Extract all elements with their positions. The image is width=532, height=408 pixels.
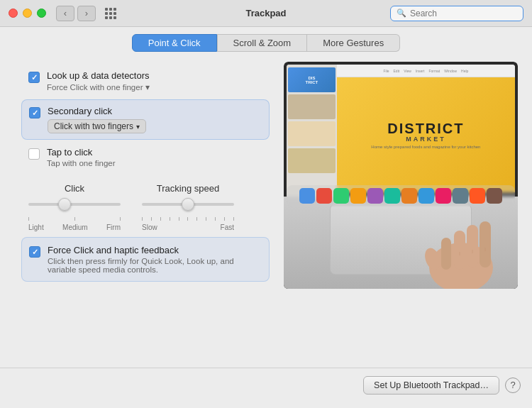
click-slider-track[interactable] <box>28 203 121 206</box>
district-desc: Home style prepared foods and magazine f… <box>364 145 487 149</box>
option-label-force-click: Force Click and haptic feedback <box>48 245 262 255</box>
search-input[interactable] <box>410 9 517 18</box>
click-tick-labels: Light Medium Firm <box>28 224 121 231</box>
option-look-up: Look up & data detectors Force Click wit… <box>21 65 270 98</box>
tracking-slider-label: Tracking speed <box>157 183 219 194</box>
svg-rect-4 <box>441 238 451 270</box>
titlebar: ‹ › Trackpad 🔍 <box>0 0 532 27</box>
nav-buttons: ‹ › <box>56 6 96 21</box>
tracking-min-label: Slow <box>142 224 157 231</box>
tracking-tick-marks <box>142 216 234 221</box>
bottom-bar: Set Up Bluetooth Trackpad… ? <box>0 368 532 402</box>
option-sub-look-up: Force Click with one finger ▾ <box>47 82 150 92</box>
maximize-button[interactable] <box>37 9 46 18</box>
option-text-look-up: Look up & data detectors Force Click wit… <box>47 70 150 92</box>
option-label-look-up: Look up & data detectors <box>47 70 150 81</box>
option-text-force-click: Force Click and haptic feedback Click th… <box>48 245 262 274</box>
bluetooth-button[interactable]: Set Up Bluetooth Trackpad… <box>363 376 499 395</box>
option-text-tap-to-click: Tap to click Tap with one finger <box>47 147 116 167</box>
main-content: Look up & data detectors Force Click wit… <box>0 57 532 368</box>
click-max-label: Firm <box>106 224 121 231</box>
click-slider-thumb[interactable] <box>58 198 71 211</box>
checkbox-force-click[interactable] <box>29 246 40 258</box>
option-label-tap-to-click: Tap to click <box>47 147 116 158</box>
forward-button[interactable]: › <box>77 6 96 21</box>
svg-rect-1 <box>467 225 478 268</box>
click-slider-group: Click Light Medium Firm <box>28 183 121 231</box>
window-title: Trackpad <box>245 8 286 18</box>
tab-scroll-zoom[interactable]: Scroll & Zoom <box>217 34 308 52</box>
option-text-secondary-click: Secondary click Click with two fingers <box>48 106 146 133</box>
demo-image: DISTRICT File Edit View <box>284 62 518 289</box>
titlebar-left: ‹ › <box>9 6 120 21</box>
search-icon: 🔍 <box>397 9 406 18</box>
trackpad-area <box>284 197 518 289</box>
tracking-slider-group: Tracking speed Slow Fast <box>142 183 234 231</box>
click-tick-marks <box>28 216 121 221</box>
traffic-lights <box>9 9 46 18</box>
help-button[interactable]: ? <box>505 377 521 393</box>
option-force-click: Force Click and haptic feedback Click th… <box>21 237 270 282</box>
tracking-tick-labels: Slow Fast <box>142 224 234 231</box>
dock <box>287 185 515 206</box>
tracking-max-label: Fast <box>221 224 234 231</box>
hand-illustration <box>404 197 504 289</box>
svg-rect-2 <box>480 221 491 268</box>
secondary-click-dropdown[interactable]: Click with two fingers <box>48 119 146 133</box>
left-panel: Look up & data detectors Force Click wit… <box>21 65 270 360</box>
click-min-label: Light <box>28 224 44 231</box>
tracking-slider-thumb[interactable] <box>182 198 194 211</box>
option-secondary-click: Secondary click Click with two fingers <box>21 99 270 140</box>
option-sub-force-click: Click then press firmly for Quick Look, … <box>48 257 262 274</box>
back-button[interactable]: ‹ <box>56 6 74 21</box>
checkbox-look-up[interactable] <box>28 72 40 83</box>
district-sub: MARKET <box>406 136 446 143</box>
district-title: DISTRICT <box>387 121 464 136</box>
click-slider-label: Click <box>65 183 84 194</box>
option-tap-to-click: Tap to click Tap with one finger <box>21 141 270 173</box>
grid-icon <box>105 8 116 19</box>
checkbox-secondary-click[interactable] <box>29 107 40 118</box>
tab-more-gestures[interactable]: More Gestures <box>307 34 400 52</box>
search-box[interactable]: 🔍 <box>390 6 523 21</box>
tabs-bar: Point & Click Scroll & Zoom More Gesture… <box>0 27 532 57</box>
click-mid-label: Medium <box>62 224 88 231</box>
checkbox-tap-to-click[interactable] <box>28 148 40 160</box>
tab-point-click[interactable]: Point & Click <box>132 34 217 52</box>
sliders-section: Click Light Medium Firm Tracking speed <box>21 177 270 231</box>
option-label-secondary-click: Secondary click <box>48 106 146 116</box>
grid-button[interactable] <box>101 6 120 21</box>
svg-rect-3 <box>454 231 465 270</box>
minimize-button[interactable] <box>23 9 32 18</box>
right-panel: DISTRICT File Edit View <box>284 62 518 360</box>
close-button[interactable] <box>9 9 18 18</box>
option-sub-tap-to-click: Tap with one finger <box>47 159 116 167</box>
